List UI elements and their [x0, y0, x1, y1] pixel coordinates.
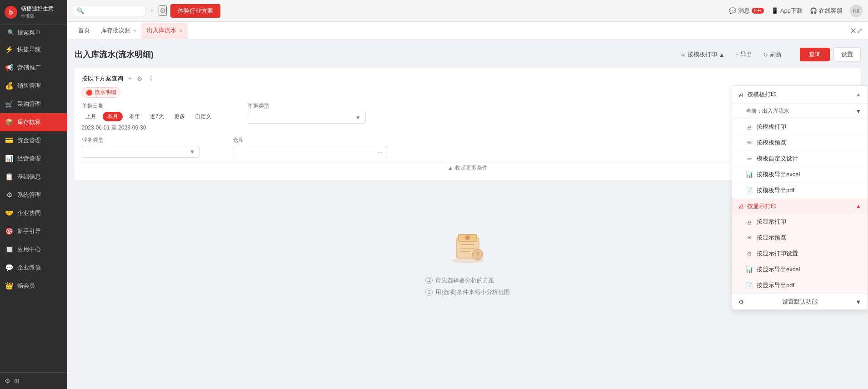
sidebar-item-wechat[interactable]: 💬 企业微信: [0, 259, 67, 277]
tab-flow-close[interactable]: ×: [179, 28, 182, 33]
page-title: 出入库流水(流水明细): [75, 49, 154, 60]
dropdown-item-display-print-settings[interactable]: ⚙ 按显示打印设置: [732, 246, 868, 262]
dropdown-footer-settings[interactable]: ⚙ 设置默认功能 ▼: [732, 294, 868, 309]
dropdown-header: 🖨 按模板打印 ▲: [732, 86, 868, 104]
refresh-icon: ↻: [763, 51, 768, 58]
date-btn-custom[interactable]: 自定义: [191, 112, 215, 121]
sidebar-item-shortcut[interactable]: ⚡ 快捷导航: [0, 40, 67, 59]
export-button[interactable]: ↑ 导出: [732, 49, 756, 60]
settings-button[interactable]: 设置: [833, 47, 861, 62]
message-badge: 99+: [752, 8, 764, 14]
voucher-type-select[interactable]: ▼: [248, 112, 366, 124]
sidebar-item-label: 库存核算: [17, 118, 41, 126]
message-button[interactable]: 💬 消息 99+: [729, 7, 764, 15]
header-search-input[interactable]: [86, 8, 141, 14]
tab-batch-close[interactable]: ×: [133, 28, 136, 33]
dropdown-item-template-custom[interactable]: ✏ 模板自定义设计: [732, 151, 868, 167]
tab-home[interactable]: 首页: [73, 23, 95, 39]
dropdown-item-display-excel[interactable]: 📊 按显示导出excel: [732, 262, 868, 278]
dropdown-item-display-preview[interactable]: 👁 按显示预览: [732, 230, 868, 246]
sidebar-item-finance[interactable]: 💳 资金管理: [0, 131, 67, 150]
business-type-label: 业务类型: [82, 136, 200, 144]
date-btn-last-month[interactable]: 上月: [82, 112, 100, 121]
date-btn-more[interactable]: 更多: [170, 112, 189, 121]
sidebar-item-inventory[interactable]: 📦 库存核算: [0, 113, 67, 131]
dropdown-item-template-pdf[interactable]: 📄 按模板导出pdf: [732, 183, 868, 199]
refresh-button[interactable]: ↻ 刷新: [759, 49, 785, 60]
template-print-button[interactable]: 🖨 按模板打印 ▲: [676, 49, 728, 60]
svg-point-3: [465, 235, 470, 240]
gear-button[interactable]: ⚙: [159, 5, 167, 16]
template-print-dropdown: 🖨 按模板打印 ▲ 当前：出入库流水 ▼ 🖨 按模板打印: [732, 85, 868, 310]
empty-tip-2-text: 用[选项]条件来缩小分析范围: [435, 286, 509, 298]
dropdown-item-template-excel[interactable]: 📊 按模板导出excel: [732, 167, 868, 183]
dropdown-item-display-pdf[interactable]: 📄 按显示导出pdf: [732, 278, 868, 294]
tab-batch-label: 库存批次账: [101, 26, 130, 35]
dropdown-current-item[interactable]: 当前：出入库流水 ▼: [732, 104, 868, 119]
sidebar-item-collab[interactable]: 🤝 企业协同: [0, 204, 67, 222]
warehouse-select[interactable]: ···: [233, 146, 387, 158]
date-btn-7days[interactable]: 近7天: [146, 112, 168, 121]
window-close-button[interactable]: ✕: [850, 26, 857, 36]
design-icon: ✏: [746, 155, 753, 162]
sidebar-search[interactable]: 🔍 搜索菜单: [0, 25, 67, 40]
filter-add-button[interactable]: ＋: [127, 75, 133, 83]
dropdown-current-arrow: ▼: [856, 108, 861, 115]
sidebar-item-member[interactable]: 👑 畅会员: [0, 277, 67, 295]
dropdown-section-display[interactable]: 🖨 按显示打印 ▲: [732, 199, 868, 214]
avatar-text: Rit: [853, 8, 860, 14]
sidebar-item-basic[interactable]: 📋 基础信息: [0, 168, 67, 186]
user-avatar[interactable]: Rit: [850, 5, 863, 17]
empty-icon: ?: [445, 222, 490, 267]
business-type-arrow: ▼: [190, 149, 195, 155]
sidebar-item-purchase[interactable]: 🛒 采购管理: [0, 95, 67, 113]
filter-settings-button[interactable]: ⚙: [137, 75, 143, 82]
tab-batch[interactable]: 库存批次账 ×: [95, 23, 141, 39]
filter-tag-flow[interactable]: 🔴 流水明细: [82, 87, 120, 98]
sidebar-item-label: 采购管理: [17, 100, 41, 108]
sidebar-item-marketing[interactable]: 📢 营销推广: [0, 59, 67, 77]
display-print-icon: 🖨: [738, 203, 744, 210]
dropdown-title-text: 按模板打印: [747, 90, 777, 99]
dropdown-item-label: 按模板导出excel: [757, 170, 800, 179]
app-download-label: App下载: [780, 7, 803, 15]
dropdown-item-template-print[interactable]: 🖨 按模板打印: [732, 119, 868, 135]
header-right: 💬 消息 99+ 📱 App下载 🎧 在线客服 Rit: [729, 5, 863, 17]
sidebar-item-sales[interactable]: 💰 销售管理: [0, 77, 67, 95]
dropdown-close-arrow[interactable]: ▲: [856, 91, 861, 98]
dropdown-item-label: 按模板预览: [757, 139, 786, 147]
sidebar-item-guide[interactable]: 🎯 新手引导: [0, 222, 67, 240]
system-icon: ⚙: [5, 190, 14, 199]
dropdown-item-label: 按显示预览: [757, 234, 786, 242]
header-search-box[interactable]: 🔍: [73, 5, 145, 16]
sidebar-item-label: 新手引导: [17, 227, 41, 235]
window-restore-button[interactable]: ⤢: [857, 26, 863, 35]
preview-icon-2: 👁: [746, 234, 753, 241]
app-download-button[interactable]: 📱 App下载: [771, 7, 803, 15]
date-btn-this-month[interactable]: 本月: [103, 112, 123, 121]
date-filter-item: 单据日期 上月 本月 本年 近7天 更多 自定义 2023-06-01 至 20…: [82, 102, 215, 132]
sidebar-item-operation[interactable]: 📊 经营管理: [0, 150, 67, 168]
trial-industry-button[interactable]: 体验行业方案: [170, 4, 220, 18]
date-btn-this-year[interactable]: 本年: [125, 112, 144, 121]
online-service-button[interactable]: 🎧 在线客服: [810, 7, 843, 15]
sidebar-item-system[interactable]: ⚙ 系统管理: [0, 186, 67, 204]
dropdown-item-display-print[interactable]: 🖨 按显示打印: [732, 214, 868, 230]
business-type-select[interactable]: ▼: [82, 146, 200, 158]
sidebar-expand-button[interactable]: ⊞: [14, 377, 20, 384]
dropdown-item-template-preview[interactable]: 👁 按模板预览: [732, 135, 868, 151]
dropdown-item-label: 按显示打印设置: [757, 249, 798, 258]
filter-collapse-icon[interactable]: 《: [146, 75, 153, 83]
message-icon: 💬: [729, 7, 736, 14]
query-button[interactable]: 查询: [800, 48, 830, 61]
print-icon: 🖨: [746, 124, 753, 130]
sidebar-item-apps[interactable]: 🔲 应用中心: [0, 240, 67, 259]
filter-section-title: 按以下方案查询: [82, 75, 123, 83]
dropdown-section-title: 🖨 按显示打印: [738, 202, 777, 210]
empty-tip-1-text: 请先选择要分析的方案: [435, 274, 494, 286]
sidebar-item-label: 快捷导航: [17, 45, 41, 54]
tab-flow[interactable]: 出入库流水 ×: [141, 23, 187, 39]
printer-icon: 🖨: [680, 51, 686, 58]
dropdown-footer-arrow: ▼: [855, 299, 861, 305]
sidebar-settings-button[interactable]: ⚙: [5, 377, 10, 384]
